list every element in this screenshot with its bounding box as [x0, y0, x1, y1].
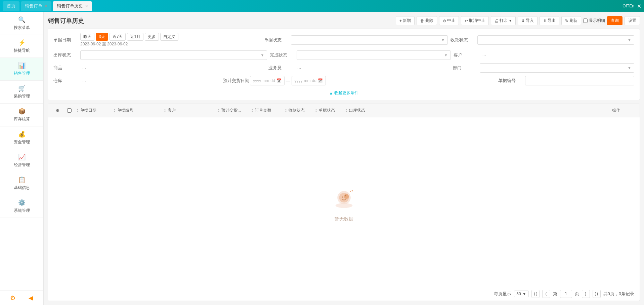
th-pay-status[interactable]: ▲▼ 收款状态: [283, 108, 313, 113]
sidebar-item-purchase-mgmt[interactable]: 🛒 采购管理: [0, 81, 43, 104]
top-bar: 首页 销售订单 ✕ 销售订单历史 ✕ OfTEn ✕: [0, 0, 644, 12]
date-btn-yesterday[interactable]: 昨天: [80, 33, 94, 41]
th-check[interactable]: [64, 108, 74, 113]
sidebar-item-inventory[interactable]: 📦 库存核算: [0, 104, 43, 126]
salesperson-cell: 业务员 ···: [268, 65, 450, 71]
delivery-sort-icons: ▲▼: [217, 109, 220, 112]
import-button[interactable]: ⬇ 导入: [518, 16, 538, 25]
page-size-select[interactable]: 50 ▼: [514, 291, 528, 297]
date-btn-7days[interactable]: 近7天: [110, 33, 126, 41]
order-no-input[interactable]: [525, 76, 634, 85]
dept-select[interactable]: ▼: [480, 63, 634, 73]
search-menu-icon: 🔍: [18, 16, 26, 24]
sidebar-item-sys-mgmt[interactable]: ⚙️ 系统管理: [0, 195, 43, 218]
tab-home[interactable]: 首页: [3, 1, 19, 11]
th-out-status[interactable]: ▲▼ 出库状态: [343, 108, 610, 113]
page-number-input[interactable]: [560, 290, 572, 298]
date-label: 单据日期: [53, 37, 80, 43]
th-customer-label: 客户: [168, 108, 176, 113]
th-order-status-label: 单据状态: [319, 108, 335, 113]
th-pay-status-label: 收款状态: [289, 108, 305, 113]
add-icon: +: [399, 18, 402, 23]
delete-button[interactable]: 🗑 删除: [417, 16, 437, 25]
collapse-more[interactable]: ▲ 收起更多条件: [53, 89, 634, 96]
complete-status-select[interactable]: ▼: [297, 50, 450, 60]
empty-illustration: [329, 182, 359, 212]
sys-mgmt-icon: ⚙️: [18, 199, 26, 206]
th-settings[interactable]: ⚙: [51, 108, 64, 113]
product-dots[interactable]: ···: [80, 66, 266, 71]
sidebar-item-finance[interactable]: 💰 资金管理: [0, 126, 43, 149]
top-close-icon[interactable]: ✕: [637, 3, 641, 9]
th-customer[interactable]: ▲▼ 客户: [162, 108, 215, 113]
delivery-date-cell: 预计交货日期 yyyy-mm-dd 📅 — yyyy-mm-dd 📅: [223, 76, 496, 85]
date-btn-1month[interactable]: 近1月: [127, 33, 143, 41]
no-sort-icons: ▲▼: [113, 109, 116, 112]
query-button[interactable]: 查询: [607, 16, 622, 25]
order-status-chevron: ▼: [441, 38, 445, 42]
date-btn-more[interactable]: 更多: [145, 33, 159, 41]
print-label: 打印: [500, 18, 508, 24]
th-delivery[interactable]: ▲▼ 预计交货...: [215, 108, 249, 113]
sidebar-item-sales-mgmt[interactable]: 📊 销售管理: [0, 58, 43, 81]
warehouse-dots[interactable]: ···: [80, 78, 220, 83]
filter-row-2: 出库状态 ▼ 完成状态 ▼ 客户 ···: [53, 50, 634, 60]
page-last-button[interactable]: ⟩⟩: [593, 290, 601, 298]
th-order-status[interactable]: ▲▼ 单据状态: [313, 108, 343, 113]
settings-gear-icon[interactable]: ⚙: [56, 108, 59, 113]
sidebar-item-search-menu[interactable]: 🔍 搜索菜单: [0, 12, 43, 35]
sidebar-settings-icon[interactable]: ⚙: [10, 294, 15, 302]
customer-label: 客户: [454, 52, 480, 58]
dept-chevron: ▼: [628, 66, 631, 70]
complete-status-cell: 完成状态 ▼: [270, 50, 450, 60]
amount-sort-icons: ▲▼: [251, 109, 254, 112]
filter-row-1: 单据日期 昨天 3天 近7天 近1月 更多 自定义 2023-06-02 至 2…: [53, 33, 634, 47]
import-icon: ⬇: [521, 18, 525, 23]
sidebar-item-finance-label: 资金管理: [14, 139, 30, 145]
out-status-select[interactable]: ▼: [80, 50, 267, 60]
date-btn-custom[interactable]: 自定义: [160, 33, 178, 41]
customer-dots[interactable]: ···: [480, 53, 488, 58]
page-next-button[interactable]: ⟩: [582, 290, 590, 298]
sidebar-item-operations[interactable]: 📈 经营管理: [0, 149, 43, 172]
tab-sales-order-history-close[interactable]: ✕: [85, 4, 88, 8]
display-toggle-checkbox[interactable]: [583, 18, 588, 23]
order-status-select[interactable]: ▼: [291, 35, 448, 45]
tab-sales-order-close[interactable]: ✕: [44, 4, 47, 8]
page-label-suffix: 页: [575, 291, 579, 297]
date-btn-3days[interactable]: 3天: [96, 33, 108, 41]
quick-nav-icon: ⚡: [18, 39, 26, 46]
order-no-label: 单据编号: [498, 78, 525, 84]
out-status-label: 出库状态: [53, 52, 80, 58]
settings-label: 设置: [628, 18, 636, 24]
delivery-date-start[interactable]: yyyy-mm-dd 📅: [250, 76, 284, 85]
refresh-button[interactable]: ↻ 刷新: [561, 16, 581, 25]
out-status-chevron: ▼: [260, 53, 264, 57]
tab-sales-order[interactable]: 销售订单 ✕: [21, 1, 51, 11]
settings-button[interactable]: 设置: [625, 16, 640, 25]
date-label-wrap: 昨天 3天 近7天 近1月 更多 自定义 2023-06-02 至 2023-0…: [80, 33, 178, 47]
sidebar-item-basic-info[interactable]: 📋 基础信息: [0, 172, 43, 195]
stop-button[interactable]: ⊘ 中止: [439, 16, 459, 25]
export-button[interactable]: ⬆ 导出: [540, 16, 559, 25]
sidebar-item-quick-nav[interactable]: ⚡ 快捷导航: [0, 35, 43, 58]
sidebar-collapse-icon[interactable]: ◀: [29, 294, 33, 302]
page-prev-button[interactable]: ⟨: [542, 290, 550, 298]
collapse-label: 收起更多条件: [334, 90, 358, 96]
page-first-button[interactable]: ⟨⟨: [531, 290, 540, 298]
th-date[interactable]: ▲▼ 单据日期: [74, 108, 111, 113]
select-all-checkbox[interactable]: [67, 108, 72, 113]
salesperson-dots[interactable]: ···: [295, 66, 450, 71]
th-no[interactable]: ▲▼ 单据编号: [111, 108, 162, 113]
sidebar: 🔍 搜索菜单 ⚡ 快捷导航 📊 销售管理 🛒 采购管理 📦 库存核算 💰 资金管…: [0, 12, 44, 305]
add-button[interactable]: + 新增: [396, 16, 415, 25]
delivery-date-end[interactable]: yyyy-mm-dd 📅: [292, 76, 326, 85]
print-button[interactable]: 🖨 打印 ▼: [491, 16, 516, 25]
th-amount[interactable]: ▲▼ 订单金额: [249, 108, 283, 113]
complete-status-label: 完成状态: [270, 52, 297, 58]
filter-row-4: 仓库 ··· 预计交货日期 yyyy-mm-dd 📅 — yyyy-mm-dd …: [53, 76, 634, 85]
display-toggle[interactable]: 显示明细: [583, 18, 605, 24]
tab-sales-order-history[interactable]: 销售订单历史 ✕: [53, 1, 92, 11]
payment-status-select[interactable]: ▼: [477, 35, 634, 45]
cancel-stop-button[interactable]: ↩ 取消中止: [461, 16, 489, 25]
